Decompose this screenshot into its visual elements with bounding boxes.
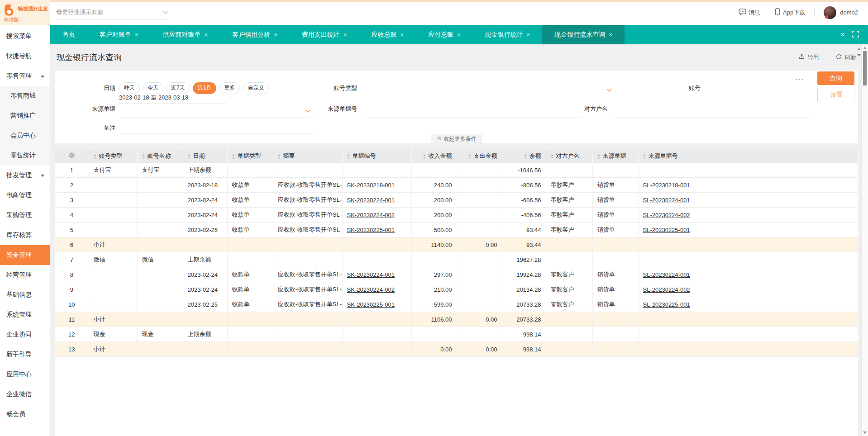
column-header-date[interactable]: 日期 <box>183 149 227 163</box>
table-row[interactable]: 13小计0.000.00998.14 <box>55 342 858 357</box>
sidebar-item-资金管理[interactable]: 资金管理 <box>0 245 50 265</box>
sidebar-item-系统管理[interactable]: 系统管理 <box>0 305 50 325</box>
doc_no-link[interactable]: SK-20230218-001 <box>347 182 395 189</box>
source_no-link[interactable]: SL-20230224-002 <box>643 212 690 218</box>
sort-arrows-icon[interactable] <box>94 154 96 159</box>
sidebar-item-经营管理[interactable]: 经营管理 <box>0 265 50 285</box>
close-tab-icon[interactable]: × <box>457 31 461 38</box>
date-preset-今天[interactable]: 今天 <box>143 82 163 94</box>
scrollbar-thumb[interactable] <box>863 51 867 85</box>
settings-button[interactable]: 设置 <box>817 88 855 102</box>
query-button[interactable]: 查询 <box>817 71 854 85</box>
table-row[interactable]: 102023-02-25收款单应收款-收取零售开单SL-2SK-20230225… <box>55 297 858 312</box>
tab-应收总账[interactable]: 应收总账× <box>359 25 416 44</box>
doc_no-link[interactable]: SK-20230224-001 <box>347 197 395 204</box>
table-row[interactable]: 52023-02-25收款单应收款-收取零售开单SL-2SK-20230225-… <box>55 223 858 237</box>
source_no-link[interactable]: SL-20230225-001 <box>643 227 690 233</box>
sidebar-item-零售统计[interactable]: 零售统计 <box>0 146 50 166</box>
sidebar-item-零售管理[interactable]: 零售管理 <box>0 66 50 86</box>
table-row[interactable]: 7微信微信上期余额19627.28 <box>55 252 858 267</box>
tab-客户对账单[interactable]: 客户对账单× <box>87 25 151 44</box>
table-row[interactable]: 22023-02-18收款单应收款-收取零售开单SL-2SK-20230218-… <box>55 178 858 193</box>
source_no-link[interactable]: SL-20230224-002 <box>643 286 690 293</box>
sidebar-item-快捷导航[interactable]: 快捷导航 <box>0 46 50 66</box>
source_no-link[interactable]: SL-20230225-001 <box>643 301 690 308</box>
scrollbar-down-arrow[interactable] <box>863 431 867 434</box>
doc_no-link[interactable]: SK-20230225-001 <box>347 227 395 233</box>
tab-现金银行统计[interactable]: 现金银行统计× <box>473 25 543 44</box>
avatar[interactable] <box>824 6 836 19</box>
username[interactable]: demo2 <box>840 9 858 16</box>
sidebar-item-企业协同[interactable]: 企业协同 <box>0 325 50 345</box>
sort-arrows-icon[interactable] <box>468 154 471 159</box>
column-settings-button[interactable] <box>55 149 89 163</box>
scroll-down-icon[interactable] <box>857 54 861 57</box>
scroll-up-icon[interactable] <box>857 48 861 50</box>
source_no-link[interactable]: SL-20230224-001 <box>643 271 690 278</box>
vertical-scrollbar[interactable] <box>861 45 868 436</box>
date-preset-近7天[interactable]: 近7天 <box>166 82 190 94</box>
source_no-link[interactable]: SL-20230218-001 <box>643 182 690 189</box>
date-preset-更多[interactable]: 更多 <box>219 82 240 94</box>
sort-arrows-icon[interactable] <box>551 154 553 159</box>
doc_no-link[interactable]: SK-20230224-002 <box>347 286 395 293</box>
column-header-source[interactable]: 来源单据 <box>592 149 638 163</box>
doc_no-link[interactable]: SK-20230225-001 <box>347 301 395 308</box>
column-header-counterpart[interactable]: 对方户名 <box>546 149 592 163</box>
remark-input[interactable] <box>120 121 315 133</box>
sidebar-item-批发管理[interactable]: 批发管理 <box>0 166 50 185</box>
column-header-expense[interactable]: 支出金额 <box>457 149 502 163</box>
close-tab-icon[interactable]: × <box>205 31 208 38</box>
sort-arrows-icon[interactable] <box>423 154 426 159</box>
counterpart-input[interactable] <box>612 104 811 118</box>
close-tab-icon[interactable]: × <box>527 31 530 38</box>
messages-button[interactable]: 消息 <box>739 9 760 17</box>
sidebar-item-营销推广[interactable]: 营销推广 <box>0 106 50 126</box>
doc_no-link[interactable]: SK-20230224-002 <box>347 212 395 218</box>
date-preset-昨天[interactable]: 昨天 <box>119 82 140 94</box>
date-preset-近1月[interactable]: 近1月 <box>193 82 217 94</box>
date-preset-自定义[interactable]: 自定义 <box>243 82 269 94</box>
date-range-input[interactable]: 2023-02-18 至 2023-03-18 <box>119 94 227 104</box>
sidebar-item-畅会员[interactable]: 畅会员 <box>0 404 50 424</box>
table-row[interactable]: 82023-02-24收款单应收款-收取零售开单SL-2SK-20230224-… <box>55 267 858 282</box>
more-options-ellipsis[interactable]: ... <box>796 74 804 81</box>
tab-客户信用分析[interactable]: 客户信用分析× <box>220 25 290 44</box>
sort-arrows-icon[interactable] <box>347 154 350 159</box>
refresh-button[interactable]: 刷新 <box>835 53 856 62</box>
close-tab-icon[interactable]: × <box>274 31 277 38</box>
chevron-down-icon[interactable] <box>606 87 612 94</box>
sidebar-item-库存核算[interactable]: 库存核算 <box>0 225 50 245</box>
column-header-source_no[interactable]: 来源单据号 <box>638 149 858 163</box>
sidebar-item-电商管理[interactable]: 电商管理 <box>0 185 50 205</box>
table-row[interactable]: 6小计1140.000.0093.44 <box>55 237 858 252</box>
tab-费用支出统计[interactable]: 费用支出统计× <box>290 25 359 44</box>
table-row[interactable]: 42023-02-24收款单应收款-收取零售开单SL-2SK-20230224-… <box>55 208 858 223</box>
source_no-link[interactable]: SL-20230224-001 <box>643 197 690 204</box>
column-header-doc_type[interactable]: 单据类型 <box>227 149 273 163</box>
table-row[interactable]: 12现金现金上期余额998.14 <box>55 327 858 342</box>
fullscreen-icon[interactable] <box>852 31 859 39</box>
table-row[interactable]: 11小计1106.000.0020733.28 <box>55 312 858 327</box>
tab-供应商对账单[interactable]: 供应商对账单× <box>151 25 220 44</box>
table-row[interactable]: 32023-02-24收款单应收款-收取零售开单SL-2SK-20230224-… <box>55 193 858 208</box>
account-type-select[interactable] <box>366 83 615 97</box>
sort-arrows-icon[interactable] <box>524 154 527 159</box>
sidebar-item-搜索菜单[interactable]: 搜索菜单 <box>0 26 50 46</box>
collapse-more-conditions[interactable]: 收起更多条件 <box>431 134 482 143</box>
close-tab-icon[interactable]: × <box>135 31 138 38</box>
sidebar-item-基础信息[interactable]: 基础信息 <box>0 285 50 305</box>
doc_no-link[interactable]: SK-20230224-001 <box>347 271 395 278</box>
sidebar-item-新手引导[interactable]: 新手引导 <box>0 345 50 365</box>
sidebar-item-企业微信[interactable]: 企业微信 <box>0 384 50 404</box>
table-row[interactable]: 1支付宝支付宝上期余额-1046.56 <box>55 163 858 178</box>
column-header-summary[interactable]: 摘要 <box>273 149 342 163</box>
sort-arrows-icon[interactable] <box>643 154 646 159</box>
sort-arrows-icon[interactable] <box>597 154 600 159</box>
tab-首页[interactable]: 首页 <box>50 25 87 44</box>
sort-arrows-icon[interactable] <box>142 154 145 159</box>
sidebar-item-应用中心[interactable]: 应用中心 <box>0 365 50 384</box>
sidebar-item-采购管理[interactable]: 采购管理 <box>0 205 50 225</box>
app-download-button[interactable]: App下载 <box>774 8 805 17</box>
close-all-tabs-icon[interactable]: × <box>840 31 845 38</box>
